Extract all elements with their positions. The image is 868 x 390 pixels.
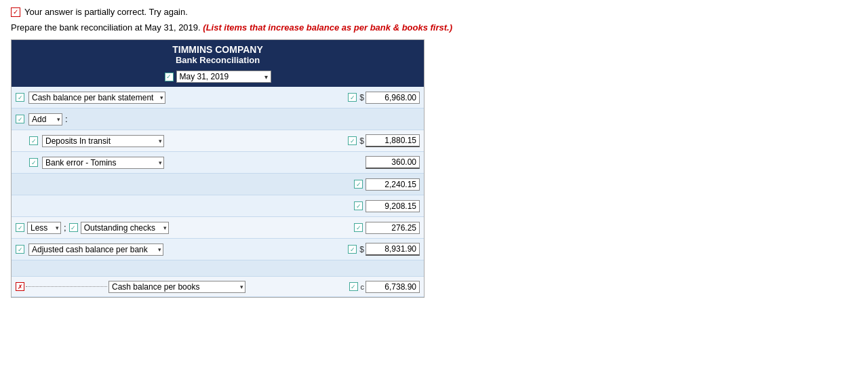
dollar-sign-1: $ — [359, 93, 364, 102]
recon-body: ✓ Cash balance per bank statement ▾ ✓ $ … — [12, 87, 424, 297]
bank-error-amount-input[interactable] — [366, 156, 420, 169]
bank-error-label-select[interactable]: Bank error - Tomins Deposits In transit … — [42, 157, 164, 169]
add-label-select[interactable]: Add Less — [28, 113, 62, 125]
deposits-label-wrap: Deposits In transit Bank error - Tomins … — [42, 135, 164, 147]
adjusted-bank-amount-check-icon: ✓ — [348, 245, 357, 254]
cash-books-label-wrap: Cash balance per books Cash balance per … — [108, 281, 245, 293]
less-row: ✓ Less Add ▾ ; ✓ Outstanding checks Depo… — [12, 217, 424, 239]
adjusted-bank-amount-input[interactable] — [366, 243, 420, 256]
less-label-wrap: Less Add ▾ — [27, 222, 61, 234]
dollar-sign-4: c — [361, 283, 365, 291]
recon-header: TIMMINS COMPANY Bank Reconciliation — [12, 40, 424, 68]
deposits-amount-check-icon: ✓ — [348, 136, 357, 145]
total-add-input[interactable] — [366, 200, 420, 212]
deposits-row: ✓ Deposits In transit Bank error - Tomin… — [12, 130, 424, 152]
cash-books-label-select[interactable]: Cash balance per books Cash balance per … — [108, 281, 245, 293]
cash-bank-amount-wrap: $ — [359, 92, 420, 104]
outstanding-label-select[interactable]: Outstanding checks Deposits In transit B… — [81, 222, 169, 234]
add-label-wrap: Add Less ▾ — [28, 113, 62, 125]
deposits-amount-wrap: $ — [359, 134, 420, 147]
total-add-row: ✓ — [12, 195, 424, 217]
cash-books-amount-input[interactable] — [366, 281, 420, 293]
less-colon: ; — [64, 222, 66, 233]
cash-bank-amount-input[interactable] — [366, 92, 420, 104]
subtotal-check-icon: ✓ — [354, 180, 363, 189]
instruction-prefix: Prepare the bank reconciliation at May 3… — [11, 22, 201, 33]
notice-text: Your answer is partially correct. Try ag… — [24, 7, 188, 17]
outstanding-amount-input[interactable] — [366, 222, 420, 234]
adjusted-bank-check-icon: ✓ — [16, 245, 24, 254]
cash-books-amount-check-icon: ✓ — [349, 282, 358, 291]
adjusted-bank-label-select[interactable]: Adjusted cash balance per bank Adjusted … — [28, 243, 163, 256]
bank-error-row: ✓ Bank error - Tomins Deposits In transi… — [12, 152, 424, 174]
bank-error-amount-wrap — [366, 156, 420, 169]
empty-row-1 — [12, 260, 424, 277]
cash-bank-amount-check-icon: ✓ — [348, 93, 357, 102]
deposits-check-icon: ✓ — [29, 136, 38, 145]
cash-books-check-icon: ✗ — [16, 282, 24, 291]
subtotal-row: ✓ — [12, 174, 424, 195]
outstanding-label-wrap: Outstanding checks Deposits In transit B… — [81, 222, 169, 234]
reconciliation-box: TIMMINS COMPANY Bank Reconciliation ✓ Ma… — [11, 39, 425, 298]
outstanding-amount-check-icon: ✓ — [354, 223, 363, 232]
bank-error-label-wrap: Bank error - Tomins Deposits In transit … — [42, 157, 164, 169]
adjusted-bank-amount-wrap: $ — [359, 243, 420, 256]
bank-error-check-icon: ✓ — [29, 158, 38, 167]
adjusted-bank-row: ✓ Adjusted cash balance per bank Adjuste… — [12, 239, 424, 260]
add-check-icon: ✓ — [16, 115, 24, 123]
partial-correct-icon: ✓ — [11, 7, 20, 17]
notice-bar: ✓ Your answer is partially correct. Try … — [11, 7, 857, 17]
date-select-wrap: ✓ May 31, 2019 ▾ — [165, 71, 271, 83]
less-check-icon: ✓ — [16, 223, 24, 232]
subtotal-input[interactable] — [366, 178, 420, 191]
adjusted-bank-label-wrap: Adjusted cash balance per bank Adjusted … — [28, 243, 163, 256]
add-colon: : — [65, 114, 68, 124]
cash-books-amount-wrap: c — [361, 281, 420, 293]
cash-books-row: ✗ Cash balance per books Cash balance pe… — [12, 277, 424, 297]
date-row: ✓ May 31, 2019 ▾ — [12, 68, 424, 87]
less-label-select[interactable]: Less Add — [27, 222, 61, 234]
company-name: TIMMINS COMPANY — [12, 44, 424, 55]
dollar-sign-2: $ — [359, 136, 364, 146]
dollar-sign-3: $ — [359, 245, 364, 254]
cash-bank-check-icon: ✓ — [16, 93, 24, 102]
cash-bank-label-wrap: Cash balance per bank statement ▾ — [28, 92, 165, 104]
add-row: ✓ Add Less ▾ : — [12, 109, 424, 130]
deposits-amount-input[interactable] — [366, 134, 420, 147]
deposits-label-select[interactable]: Deposits In transit Bank error - Tomins … — [42, 135, 164, 147]
cash-balance-bank-row: ✓ Cash balance per bank statement ▾ ✓ $ — [12, 87, 424, 109]
date-select[interactable]: May 31, 2019 — [176, 71, 271, 83]
instruction-highlight: (List items that increase balance as per… — [203, 22, 452, 33]
date-check-icon: ✓ — [165, 73, 174, 81]
recon-title: Bank Reconciliation — [12, 55, 424, 65]
outstanding-check-icon: ✓ — [69, 223, 78, 232]
cash-bank-label-select[interactable]: Cash balance per bank statement — [28, 92, 165, 104]
total-add-check-icon: ✓ — [354, 201, 363, 210]
instruction-text: Prepare the bank reconciliation at May 3… — [11, 22, 857, 33]
